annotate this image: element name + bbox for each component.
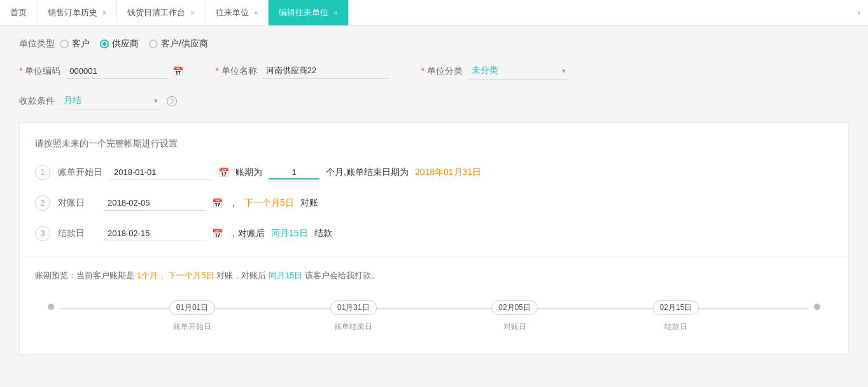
step-2-prefix: ， <box>229 197 238 209</box>
step-3-row: 3 结款日 📅 ，对账后 同月15日 结款 <box>35 226 833 241</box>
main-content: 单位类型 客户 供应商 客户/供应商 单位编码 📅 <box>0 25 868 387</box>
settings-card: 请按照未来的一个完整帐期进行设置 1 账单开始日 📅 账期为 个月,账单结束日期… <box>19 122 849 355</box>
preview-period: 1个月， <box>137 271 166 280</box>
step-1-result-date: 2018年01月31日 <box>415 167 481 178</box>
step-3-date-input[interactable] <box>104 226 206 241</box>
step-2-label: 对账日 <box>58 197 96 209</box>
tab-close-edit-partner[interactable]: × <box>333 9 337 17</box>
step-1-period-input[interactable] <box>269 166 319 179</box>
step-1-label: 账单开始日 <box>58 167 102 178</box>
payment-term-select[interactable]: 月结 ▾ <box>60 92 162 109</box>
tabs-arrow[interactable]: › <box>850 8 868 17</box>
unit-type-group: 单位类型 客户 供应商 客户/供应商 <box>19 38 208 50</box>
preview-payment: 同月15日 <box>269 271 302 280</box>
unit-category-select[interactable]: 未分类 ▾ <box>468 62 570 80</box>
unit-code-group: 单位编码 📅 <box>19 64 183 79</box>
unit-info-row: 单位编码 📅 单位名称 单位分类 未分类 ▾ <box>19 62 849 80</box>
preview-text: 账期预览：当前客户账期是 1个月， 下一个月5日 对账，对账后 同月15日 该客… <box>35 270 833 281</box>
radio-circle-customer-supplier <box>149 39 158 48</box>
step-3-label: 结款日 <box>58 228 96 239</box>
step-3-cal-icon[interactable]: 📅 <box>212 229 223 239</box>
timeline-badge-2: 02月05日 <box>491 300 538 315</box>
unit-category-group: 单位分类 未分类 ▾ <box>421 62 570 80</box>
timeline-item-0: 01月01日 账单开始日 <box>169 300 216 332</box>
step-3-suffix: 结款 <box>314 228 332 239</box>
unit-code-input[interactable] <box>66 64 167 79</box>
timeline-label-3: 结款日 <box>664 321 687 332</box>
step-2-date-input[interactable] <box>104 195 206 211</box>
timeline-end-circle <box>814 304 820 310</box>
tabs-bar: 首页 销售订单历史 × 钱货日清工作台 × 往来单位 × 编辑往来单位 × › <box>0 0 868 25</box>
timeline-start-circle <box>48 304 54 310</box>
help-icon[interactable]: ? <box>167 96 177 106</box>
unit-name-input[interactable] <box>262 64 389 79</box>
step-3-content: 📅 ，对账后 同月15日 结款 <box>104 226 332 241</box>
unit-name-label: 单位名称 <box>215 66 256 77</box>
unit-category-arrow: ▾ <box>562 67 566 75</box>
timeline-badge-1: 01月31日 <box>330 300 377 315</box>
tab-close-partner[interactable]: × <box>254 9 258 17</box>
tab-close-sales-history[interactable]: × <box>102 9 106 17</box>
preview-label: 账期预览：当前客户账期是 <box>35 271 134 280</box>
timeline-item-3: 02月15日 结款日 <box>653 300 699 332</box>
timeline-label-2: 对账日 <box>503 321 526 332</box>
step-1-suffix: 个月,账单结束日期为 <box>326 167 409 178</box>
preview-reconcile: 下一个月5日 <box>168 271 214 280</box>
timeline-badge-0: 01月01日 <box>169 300 216 315</box>
payment-term-label: 收款条件 <box>19 95 55 107</box>
unit-category-value: 未分类 <box>472 65 558 76</box>
unit-type-label: 单位类型 <box>19 38 55 50</box>
step-3-prefix: ，对账后 <box>229 228 265 239</box>
tab-edit-partner[interactable]: 编辑往来单位 × <box>269 0 348 25</box>
payment-term-arrow: ▾ <box>154 97 158 105</box>
timeline-container: 01月01日 账单开始日 01月31日 账单结束日 02月05日 对账日 02月… <box>35 294 833 339</box>
timeline-items: 01月01日 账单开始日 01月31日 账单结束日 02月05日 对账日 02月… <box>48 300 820 332</box>
card-hint: 请按照未来的一个完整帐期进行设置 <box>35 138 833 150</box>
unit-name-group: 单位名称 <box>215 64 389 79</box>
timeline-item-1: 01月31日 账单结束日 <box>330 300 377 332</box>
timeline-label-0: 账单开始日 <box>173 321 211 332</box>
preview-middle: 对账，对账后 <box>216 271 266 280</box>
step-1-row: 1 账单开始日 📅 账期为 个月,账单结束日期为 2018年01月31日 <box>35 165 833 180</box>
unit-type-row: 单位类型 客户 供应商 客户/供应商 <box>19 38 849 50</box>
timeline-label-1: 账单结束日 <box>334 321 372 332</box>
step-1-prefix: 账期为 <box>235 167 262 178</box>
step-2-content: 📅 ， 下一个月5日 对账 <box>104 195 318 211</box>
step-2-row: 2 对账日 📅 ， 下一个月5日 对账 <box>35 195 833 211</box>
unit-category-label: 单位分类 <box>421 66 463 77</box>
tab-sales-history[interactable]: 销售订单历史 × <box>38 0 117 25</box>
radio-label-supplier: 供应商 <box>112 38 139 50</box>
timeline-start-dot <box>48 300 54 319</box>
tab-partner[interactable]: 往来单位 × <box>206 0 269 25</box>
radio-customer-supplier[interactable]: 客户/供应商 <box>149 38 208 50</box>
step-1-num: 1 <box>35 165 50 180</box>
tab-close-cash-work[interactable]: × <box>190 9 194 17</box>
step-1-cal-icon[interactable]: 📅 <box>218 167 229 178</box>
tab-home[interactable]: 首页 <box>0 0 38 25</box>
timeline-badge-3: 02月15日 <box>653 300 699 315</box>
preview-end: 该客户会给我打款。 <box>305 271 379 280</box>
radio-label-customer-supplier: 客户/供应商 <box>161 38 208 50</box>
payment-term-group: 收款条件 月结 ▾ ? <box>19 92 177 109</box>
radio-group-unit-type: 客户 供应商 客户/供应商 <box>60 38 208 50</box>
step-2-cal-icon[interactable]: 📅 <box>212 198 223 208</box>
radio-supplier[interactable]: 供应商 <box>100 38 139 50</box>
step-2-highlight: 下一个月5日 <box>244 197 294 209</box>
step-1-content: 📅 账期为 个月,账单结束日期为 2018年01月31日 <box>110 165 481 180</box>
radio-circle-supplier <box>100 39 109 48</box>
timeline-item-2: 02月05日 对账日 <box>491 300 538 332</box>
step-1-date-input[interactable] <box>110 165 212 180</box>
payment-term-row: 收款条件 月结 ▾ ? <box>19 92 849 109</box>
step-2-num: 2 <box>35 195 50 211</box>
tab-cash-work[interactable]: 钱货日清工作台 × <box>117 0 205 25</box>
radio-circle-customer <box>60 39 69 48</box>
radio-customer[interactable]: 客户 <box>60 38 90 50</box>
timeline-end-dot <box>814 300 820 319</box>
step-3-num: 3 <box>35 226 50 241</box>
step-2-suffix: 对账 <box>300 197 318 209</box>
unit-code-label: 单位编码 <box>19 66 60 77</box>
unit-code-icon[interactable]: 📅 <box>172 66 183 76</box>
radio-label-customer: 客户 <box>72 38 90 50</box>
step-3-highlight: 同月15日 <box>271 228 308 239</box>
payment-term-value: 月结 <box>64 95 150 106</box>
